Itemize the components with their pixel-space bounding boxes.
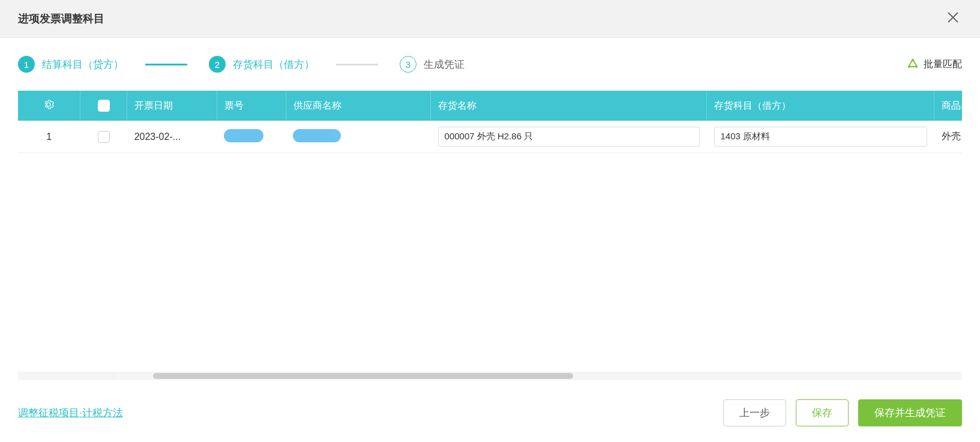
th-date: 开票日期 <box>127 91 217 121</box>
batch-match-button[interactable]: 批量匹配 <box>907 58 962 71</box>
inventory-name-input[interactable] <box>438 127 700 147</box>
footer-buttons: 上一步 保存 保存并生成凭证 <box>723 399 962 426</box>
horizontal-scrollbar[interactable] <box>18 372 962 380</box>
step-number-2: 2 <box>209 56 226 73</box>
step-generate-voucher[interactable]: 3 生成凭证 <box>400 56 464 73</box>
th-settings[interactable] <box>18 91 80 121</box>
invoice-table: 开票日期 票号 供应商名称 存货名称 存货科目（借方） 商品名称 1 <box>18 91 962 153</box>
step-connector-1 <box>145 64 187 65</box>
step-label-1: 结算科目（贷方） <box>42 58 124 71</box>
redacted-supplier <box>293 129 341 142</box>
table-row: 1 2023-02-... <box>18 121 962 153</box>
prev-button[interactable]: 上一步 <box>723 399 786 426</box>
modal-title: 进项发票调整科目 <box>18 11 104 26</box>
step-number-3: 3 <box>400 56 416 73</box>
modal-footer: 调整征税项目·计税方法 上一步 保存 保存并生成凭证 <box>0 386 980 442</box>
th-invoice-no: 票号 <box>217 91 286 121</box>
svg-point-1 <box>915 65 918 68</box>
scrollbar-fixed-gap <box>18 372 114 380</box>
adjust-tax-method-link[interactable]: 调整征税项目·计税方法 <box>18 406 123 420</box>
table-scroll[interactable]: 开票日期 票号 供应商名称 存货名称 存货科目（借方） 商品名称 1 <box>18 91 962 369</box>
step-label-3: 生成凭证 <box>424 58 464 71</box>
step-settlement-subject[interactable]: 1 结算科目（贷方） <box>18 56 124 73</box>
modal-body: 1 结算科目（贷方） 2 存货科目（借方） 3 生成凭证 批量匹配 <box>0 38 980 386</box>
svg-point-2 <box>908 65 910 68</box>
svg-point-0 <box>912 59 914 61</box>
step-label-2: 存货科目（借方） <box>233 58 314 71</box>
cell-inventory-name <box>431 121 707 153</box>
wizard-steps: 1 结算科目（贷方） 2 存货科目（借方） 3 生成凭证 <box>18 56 464 73</box>
batch-match-icon <box>907 58 919 70</box>
step-number-1: 1 <box>18 56 35 73</box>
step-inventory-subject[interactable]: 2 存货科目（借方） <box>209 56 314 73</box>
row-checkbox[interactable] <box>98 131 110 143</box>
redacted-invoice-no <box>224 129 263 142</box>
th-checkbox <box>80 91 127 121</box>
close-icon[interactable] <box>944 11 962 26</box>
save-button[interactable]: 保存 <box>796 399 849 426</box>
th-inventory-subject: 存货科目（借方） <box>707 91 934 121</box>
cell-invoice-no <box>217 121 286 153</box>
cell-product-name: 外壳 <box>934 121 962 153</box>
modal-adjust-input-invoice-subject: 进项发票调整科目 1 结算科目（贷方） 2 存货科目（借方） 3 生成凭证 <box>0 0 980 442</box>
th-supplier: 供应商名称 <box>286 91 430 121</box>
table-container: 开票日期 票号 供应商名称 存货名称 存货科目（借方） 商品名称 1 <box>18 91 962 380</box>
modal-header: 进项发票调整科目 <box>0 0 980 38</box>
save-generate-button[interactable]: 保存并生成凭证 <box>858 399 962 426</box>
cell-supplier <box>286 121 430 153</box>
steps-row: 1 结算科目（贷方） 2 存货科目（借方） 3 生成凭证 批量匹配 <box>18 56 962 73</box>
cell-date: 2023-02-... <box>127 121 217 153</box>
select-all-checkbox[interactable] <box>98 100 110 112</box>
step-connector-2 <box>336 64 378 65</box>
cell-checkbox <box>80 121 127 153</box>
cell-inventory-subject <box>707 121 934 153</box>
gear-icon <box>43 99 54 110</box>
cell-index: 1 <box>18 121 80 153</box>
scrollbar-thumb[interactable] <box>153 373 573 379</box>
inventory-subject-input[interactable] <box>714 127 927 147</box>
th-product-name: 商品名称 <box>934 91 962 121</box>
th-inventory-name: 存货名称 <box>431 91 707 121</box>
batch-match-label: 批量匹配 <box>924 58 962 71</box>
